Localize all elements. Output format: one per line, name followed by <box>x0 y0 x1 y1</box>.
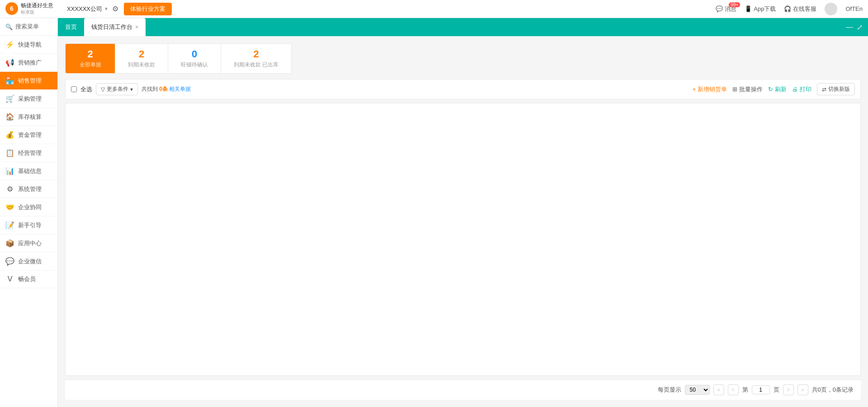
page-label: 第 <box>742 386 748 394</box>
sidebar-label-finance: 资金管理 <box>18 131 42 139</box>
user-name[interactable]: OfTEn <box>845 5 863 12</box>
message-icon: 💬 <box>716 5 723 12</box>
chevron-down-icon: ▼ <box>104 6 108 11</box>
batch-operation-button[interactable]: ⊞ 批量操作 <box>732 85 763 94</box>
page-size-label: 每页显示 <box>658 386 681 394</box>
avatar-image <box>825 3 837 15</box>
sidebar-item-system[interactable]: ⚙ 系统管理 <box>0 180 57 198</box>
refresh-label: 刷新 <box>775 85 787 94</box>
switch-version-button[interactable]: ⇄ 切换新版 <box>817 83 855 95</box>
filter-button[interactable]: ▽ 更多条件 ▾ <box>96 83 138 95</box>
stat-card-overdue[interactable]: 2 到期未收款 <box>115 44 168 73</box>
sidebar-item-cooperation[interactable]: 🤝 企业协同 <box>0 198 57 216</box>
stat-label-all: 全部单据 <box>78 61 102 69</box>
user-avatar[interactable] <box>825 3 837 15</box>
batch-icon: ⊞ <box>732 86 737 93</box>
stat-card-pending[interactable]: 0 旺铺待确认 <box>168 44 221 73</box>
online-service-button[interactable]: 🎧 在线客服 <box>784 5 816 13</box>
filter-icon: ▽ <box>101 86 105 93</box>
message-button[interactable]: 💬 消息 99+ <box>716 5 736 13</box>
sidebar-item-marketing[interactable]: 📢 营销推广 <box>0 54 57 72</box>
stat-card-all[interactable]: 2 全部单据 <box>66 44 115 73</box>
tab-active[interactable]: 钱货日清工作台 × <box>84 18 146 36</box>
page-size-select[interactable]: 50 10 20 100 <box>685 385 710 395</box>
sidebar-label-cooperation: 企业协同 <box>18 203 42 211</box>
sidebar-label-system: 系统管理 <box>18 185 42 193</box>
logo-icon: 6 <box>5 2 18 15</box>
refresh-button[interactable]: ↻ 刷新 <box>768 85 787 94</box>
filter-label: 更多条件 <box>107 85 128 93</box>
tab-close-icon[interactable]: × <box>135 24 138 30</box>
page-number-input[interactable] <box>752 385 770 394</box>
sidebar-item-operations[interactable]: 📋 经营管理 <box>0 144 57 162</box>
sidebar-item-sales[interactable]: 🏪 销售管理 <box>0 72 57 90</box>
refresh-icon: ↻ <box>768 86 773 93</box>
prev-page-button[interactable]: < <box>728 384 739 395</box>
sidebar-item-weixin[interactable]: 💬 企业微信 <box>0 253 57 271</box>
found-text: 共找到 0条 相关单据 <box>142 85 191 93</box>
marketing-icon: 📢 <box>5 58 14 67</box>
stat-number-pending: 0 <box>181 48 208 60</box>
company-selector[interactable]: XXXXXX公司 ▼ <box>67 5 108 13</box>
sidebar-item-member[interactable]: V 畅会员 <box>0 271 57 288</box>
sidebar-item-finance[interactable]: 💰 资金管理 <box>0 126 57 144</box>
sidebar-label-guide: 新手引导 <box>18 221 42 229</box>
batch-label: 批量操作 <box>739 85 763 94</box>
stat-label-pending: 旺铺待确认 <box>181 61 208 69</box>
print-icon: 🖨 <box>792 86 798 93</box>
expand-button[interactable]: ⤢ <box>857 23 863 32</box>
search-icon: 🔍 <box>5 23 13 30</box>
page-content: 2 全部单据 2 到期未收款 0 旺铺待确认 2 到期未收款 已出库 全选 <box>58 36 868 407</box>
toolbar-left: 全选 ▽ 更多条件 ▾ 共找到 0条 相关单据 <box>71 83 689 95</box>
select-all-checkbox[interactable] <box>71 86 77 92</box>
operations-icon: 📋 <box>5 149 14 157</box>
sidebar-item-purchase[interactable]: 🛒 采购管理 <box>0 90 57 108</box>
finance-icon: 💰 <box>5 131 14 139</box>
sidebar-item-inventory[interactable]: 🏠 库存核算 <box>0 108 57 126</box>
weixin-icon: 💬 <box>5 257 14 266</box>
sidebar-item-basic-info[interactable]: 📊 基础信息 <box>0 162 57 180</box>
select-all-label: 全选 <box>80 85 92 94</box>
tab-home[interactable]: 首页 <box>58 18 84 36</box>
sidebar-search[interactable]: 🔍 搜索菜单 <box>0 18 57 36</box>
found-count: 0条 <box>159 86 168 92</box>
switch-label: 切换新版 <box>828 85 850 93</box>
search-label: 搜索菜单 <box>15 23 39 31</box>
app-name: 畅捷通好生意 <box>21 2 53 9</box>
quick-nav-icon: ⚡ <box>5 40 14 49</box>
table-area <box>65 103 861 376</box>
app-download-label: App下载 <box>754 5 776 13</box>
basic-info-icon: 📊 <box>5 167 14 175</box>
print-label: 打印 <box>800 85 811 94</box>
toolbar-right: + 新增销货单 ⊞ 批量操作 ↻ 刷新 🖨 打印 ⇄ 切换新版 <box>693 83 855 95</box>
last-page-button[interactable]: » <box>797 384 808 395</box>
stat-label-overdue: 到期未收款 <box>128 61 155 69</box>
stat-number-overdue: 2 <box>128 48 155 60</box>
trial-button[interactable]: 体验行业方案 <box>124 3 172 15</box>
sidebar-item-quick-nav[interactable]: ⚡ 快捷导航 <box>0 36 57 54</box>
settings-icon[interactable]: ⚙ <box>112 5 118 13</box>
stat-card-overdue-out[interactable]: 2 到期未收款 已出库 <box>221 44 291 73</box>
topbar-right: 💬 消息 99+ 📱 App下载 🎧 在线客服 OfTEn <box>716 3 863 15</box>
main-content: 首页 钱货日清工作台 × — ⤢ 2 全部单据 2 到期未收款 0 旺铺待确认 <box>58 18 868 407</box>
tab-active-label: 钱货日清工作台 <box>91 23 132 31</box>
app-version: 标准版 <box>21 9 53 15</box>
toolbar: 全选 ▽ 更多条件 ▾ 共找到 0条 相关单据 + 新增销货单 ⊞ 批量操作 ↻ <box>65 79 861 99</box>
related-records-link[interactable]: 相关单据 <box>169 86 191 92</box>
tab-home-label: 首页 <box>65 23 77 31</box>
tab-right-buttons: — ⤢ <box>846 23 868 32</box>
sidebar-label-operations: 经营管理 <box>18 149 42 157</box>
filter-arrow-icon: ▾ <box>130 86 133 93</box>
sales-icon: 🏪 <box>5 76 14 85</box>
sidebar-label-member: 畅会员 <box>18 275 36 283</box>
stats-row: 2 全部单据 2 到期未收款 0 旺铺待确认 2 到期未收款 已出库 <box>65 43 292 74</box>
first-page-button[interactable]: « <box>713 384 724 395</box>
next-page-button[interactable]: > <box>783 384 794 395</box>
sidebar-item-app-center[interactable]: 📦 应用中心 <box>0 234 57 253</box>
add-sales-order-button[interactable]: + 新增销货单 <box>693 85 727 94</box>
minimize-button[interactable]: — <box>846 23 853 31</box>
print-button[interactable]: 🖨 打印 <box>792 85 811 94</box>
download-icon: 📱 <box>745 5 752 12</box>
app-download-button[interactable]: 📱 App下载 <box>745 5 776 13</box>
sidebar-item-guide[interactable]: 📝 新手引导 <box>0 216 57 234</box>
